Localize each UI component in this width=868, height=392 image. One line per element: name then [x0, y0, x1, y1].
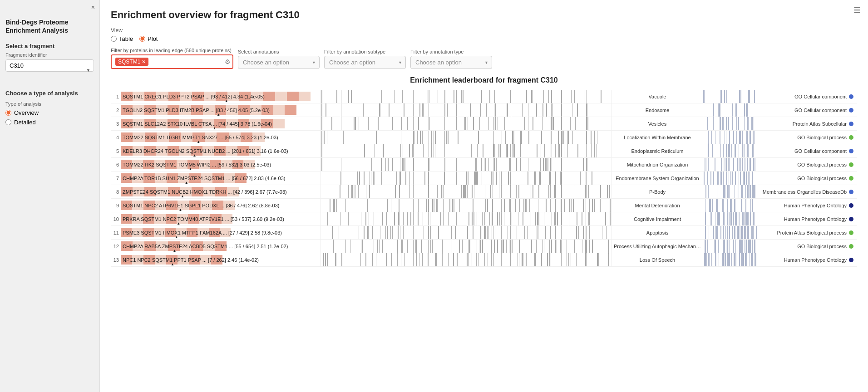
view-plot-label: Plot — [148, 35, 158, 42]
row-type-dot — [849, 230, 853, 235]
row-type-label: GO Biological process — [797, 244, 847, 249]
fragment-identifier-label: Fragment identifier — [5, 52, 94, 58]
row-rank: 9 — [111, 203, 121, 208]
leading-edge-marker: ▲ — [217, 113, 220, 117]
type-filter-label: Filter by annotation type — [410, 49, 492, 54]
row-annotation: Mental Deterioration — [612, 203, 703, 208]
analysis-detailed-option[interactable]: Detailed — [5, 119, 94, 126]
row-rug-secondary — [703, 158, 757, 171]
leading-edge-marker: ▲ — [192, 153, 196, 157]
row-annotation: P-Body — [612, 189, 703, 195]
row-type-dot — [849, 203, 853, 208]
chart-area: Enrichment leaderboard for fragment C310… — [111, 76, 857, 267]
row-rug-secondary — [703, 212, 757, 225]
row-type-dot — [849, 162, 853, 167]
sidebar-title: Bind-Degs ProteomeEnrichment Analysis — [5, 18, 94, 34]
main-content: ☰ Enrichment overview for fragment C310 … — [100, 0, 868, 392]
row-type: Protein Atlas Subcellular — [757, 121, 857, 127]
row-type: GO Biological process — [757, 244, 857, 249]
row-rank: 12 — [111, 244, 121, 249]
subtype-select[interactable]: Choose an option — [324, 56, 406, 69]
row-type-label: GO Biological process — [797, 162, 847, 167]
filter-settings-icon[interactable]: ⚙ — [225, 58, 231, 65]
fragment-select[interactable]: C310 — [5, 59, 94, 72]
annotation-select-wrap: Choose an option — [238, 56, 320, 69]
row-bar-cell[interactable]: ▲NPC1 NPC2 SQSTM1 PPT1 PSAP ... [7 / 262… — [121, 253, 321, 266]
row-type-label: Human Phenotype Ontology — [784, 203, 847, 208]
row-bar-cell[interactable]: ▲TGOLN2 SQSTM1 PLD3 ITM2B PSAP ... [83 /… — [121, 103, 321, 117]
row-bar-cell[interactable]: ▲SQSTM1 NPC2 ATP6V1E1 SGPL1 PODXL ... [3… — [121, 199, 321, 212]
row-annotation: Mitochondrion Organization — [612, 162, 703, 167]
row-rug-secondary — [703, 226, 757, 239]
analysis-detailed-radio[interactable] — [5, 119, 11, 125]
close-button[interactable]: × — [91, 4, 95, 11]
type-select[interactable]: Choose an option — [410, 56, 492, 69]
annotation-select[interactable]: Choose an option — [238, 56, 320, 69]
type-filter-group: Filter by annotation type Choose an opti… — [410, 49, 492, 69]
row-type-label: Protein Atlas Subcellular — [793, 121, 847, 127]
row-type: Protein Atlas Biological process — [757, 230, 857, 235]
filters-row: Filter by proteins in leading edge (560 … — [111, 48, 857, 69]
view-options: Table Plot — [111, 35, 857, 42]
view-plot-option[interactable]: Plot — [139, 35, 158, 42]
row-rank: 5 — [111, 148, 121, 154]
row-bar-cell[interactable]: ▲PRKRA SQSTM1 NPC2 TOMM40 ATP6V1E1 ... [… — [121, 212, 321, 225]
row-rug-main — [321, 103, 612, 117]
row-type-dot — [849, 108, 853, 113]
row-rug-secondary — [703, 240, 757, 253]
view-table-radio[interactable] — [111, 36, 117, 42]
row-proteins-label: PRKRA SQSTM1 NPC2 TOMM40 ATP6V1E1 ... [5… — [121, 216, 284, 222]
protein-filter-box[interactable]: SQSTM1 ✕ — [111, 54, 233, 69]
row-bar-cell[interactable]: ▲SQSTM1 CREG1 PLD3 PPT2 PSAP ... [93 / 4… — [121, 90, 321, 103]
row-bar-cell[interactable]: ▲PSME3 SQSTM1 HMOX1 MTFP1 FAM162A ... [2… — [121, 226, 321, 239]
row-type-dot — [849, 135, 853, 140]
table-row: 13▲NPC1 NPC2 SQSTM1 PPT1 PSAP ... [7 / 2… — [111, 253, 857, 267]
row-type-dot — [849, 217, 853, 221]
analysis-overview-label: Overview — [14, 109, 39, 116]
row-rug-main — [321, 172, 612, 185]
menu-icon[interactable]: ☰ — [853, 5, 861, 15]
row-annotation: Loss Of Speech — [612, 257, 703, 263]
view-table-option[interactable]: Table — [111, 35, 133, 42]
row-bar-cell[interactable]: ▲SQSTM1 SLC12A2 STX10 ILVBL CTSA ... [74… — [121, 117, 321, 130]
row-rug-main — [321, 90, 612, 103]
row-rank: 13 — [111, 257, 121, 263]
row-annotation: Cognitive Impairment — [612, 216, 703, 222]
row-type-dot — [849, 258, 853, 262]
row-type-dot — [849, 176, 853, 181]
table-row: 2▲TGOLN2 SQSTM1 PLD3 ITM2B PSAP ... [83 … — [111, 103, 857, 117]
subtype-filter-group: Filter by annotation subtype Choose an o… — [324, 49, 406, 69]
row-annotation: Endosome — [612, 108, 703, 113]
protein-filter-group: Filter by proteins in leading edge (560 … — [111, 48, 233, 69]
row-rug-main — [321, 240, 612, 253]
row-bar-cell[interactable]: ▲CHMP2A TOR1B SUN1 ZMPSTE24 SQSTM1 ... [… — [121, 172, 321, 185]
row-rug-main — [321, 131, 612, 144]
row-rug-secondary — [703, 253, 757, 266]
row-proteins-label: CHMP2A RAB5A ZMPSTE24 ACBD5 SQSTM1 ... [… — [121, 244, 288, 249]
row-type-label: GO Biological process — [797, 135, 847, 140]
row-rug-main — [321, 199, 612, 212]
row-annotation: Vacuole — [612, 94, 703, 99]
row-type: GO Cellular component — [757, 108, 857, 113]
sidebar: × Bind-Degs ProteomeEnrichment Analysis … — [0, 0, 100, 392]
row-bar-cell[interactable]: ▲TOMM22 HK2 SQSTM1 TOMM5 WIPI2 ... [59 /… — [121, 158, 321, 171]
row-rug-main — [321, 185, 612, 198]
choose-analysis-label: Choose a type of analysis — [5, 90, 94, 97]
row-bar-cell[interactable]: ▲CHMP2A RAB5A ZMPSTE24 ACBD5 SQSTM1 ... … — [121, 240, 321, 253]
view-plot-radio[interactable] — [139, 36, 145, 42]
row-annotation: Vesicles — [612, 121, 703, 127]
leading-edge-marker: ▲ — [225, 99, 228, 103]
protein-tag-remove[interactable]: ✕ — [142, 59, 146, 65]
row-bar-cell[interactable]: ▲KDELR3 DHCR24 TGOLN2 SQSTM1 NUCB2 ... [… — [121, 144, 321, 157]
row-rug-main — [321, 144, 612, 157]
table-row: 7▲CHMP2A TOR1B SUN1 ZMPSTE24 SQSTM1 ... … — [111, 172, 857, 185]
analysis-overview-option[interactable]: Overview — [5, 109, 94, 116]
row-proteins-label: SQSTM1 NPC2 ATP6V1E1 SGPL1 PODXL ... [36… — [121, 203, 279, 208]
row-bar-cell[interactable]: ▲TOMM22 SQSTM1 ITGB1 MMGT1 SNX27 ... [55… — [121, 131, 321, 144]
row-rug-main — [321, 158, 612, 171]
analysis-overview-radio[interactable] — [5, 110, 11, 116]
protein-tag-label: SQSTM1 — [118, 59, 140, 65]
row-type: Membraneless Organelles DiseaseDb — [757, 189, 857, 195]
row-bar-cell[interactable]: ▲ZMPSTE24 SQSTM1 NUCB2 HMOX1 TDRKH ... [… — [121, 185, 321, 198]
row-rug-main — [321, 253, 612, 266]
